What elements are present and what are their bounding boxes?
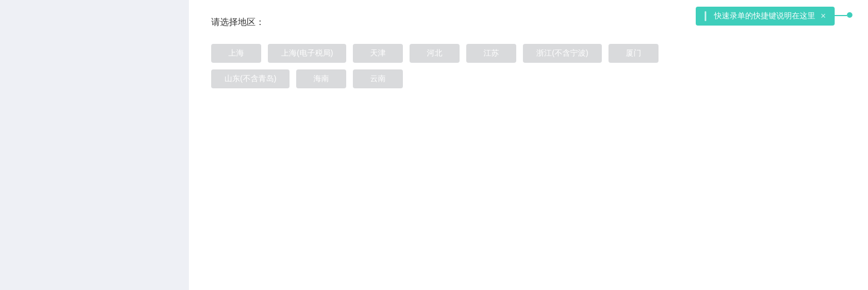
region-btn-xiamen[interactable]: 厦门 [608,44,659,63]
region-btn-yunnan[interactable]: 云南 [353,69,403,88]
region-btn-shanghai-etax[interactable]: 上海(电子税局) [268,44,346,63]
region-btn-hebei[interactable]: 河北 [410,44,460,63]
region-buttons-row2: 山东(不含青岛) 海南 云南 [211,69,846,88]
tooltip-text: 快速录单的快捷键说明在这里 [714,11,815,21]
region-btn-hainan[interactable]: 海南 [296,69,346,88]
tooltip-line [835,15,847,16]
tooltip-banner: 快速录单的快捷键说明在这里 × [696,7,835,26]
sidebar [0,0,189,290]
region-btn-jiangsu[interactable]: 江苏 [466,44,516,63]
region-buttons: 上海 上海(电子税局) 天津 河北 江苏 浙江(不含宁波) 厦门 [211,44,846,63]
close-icon[interactable]: × [821,12,826,21]
region-btn-zhejiang[interactable]: 浙江(不含宁波) [523,44,601,63]
main-content: 请选择地区： 上海 上海(电子税局) 天津 河北 江苏 浙江(不含宁波) 厦门 … [189,0,868,290]
region-btn-tianjin[interactable]: 天津 [353,44,403,63]
region-btn-shandong[interactable]: 山东(不含青岛) [211,69,290,88]
tooltip-dot [847,12,852,18]
region-btn-shanghai[interactable]: 上海 [211,44,261,63]
